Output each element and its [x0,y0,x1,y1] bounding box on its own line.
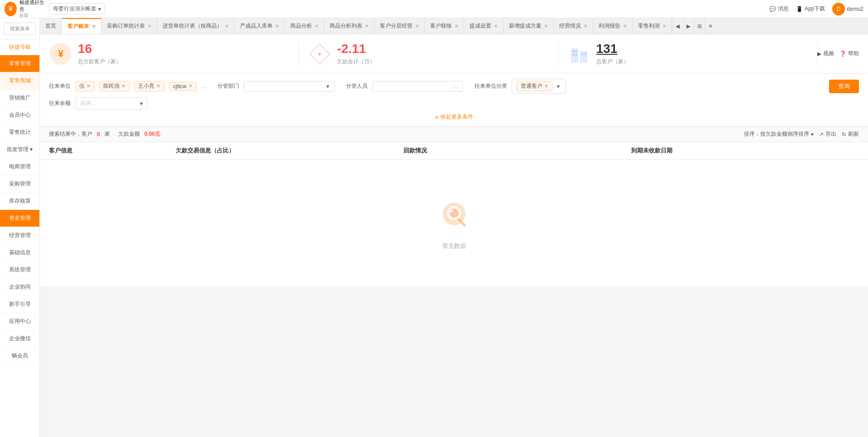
tab-product-list-close[interactable]: ✕ [365,24,369,28]
person-select[interactable]: ... [372,81,463,92]
unit-type-select[interactable]: 普通客户 ✕ ▾ [512,79,566,94]
tab-scroll-right[interactable]: ▶ [683,18,694,34]
industry-selector[interactable]: 母婴行业演示帐套 ▾ [49,3,105,14]
filter-tag-cjttcw[interactable]: cjttcw ✕ [169,82,197,91]
tab-inbound-stats-close[interactable]: ✕ [225,24,229,28]
dept-chevron-icon: ▾ [326,83,329,90]
filter-tag-wang[interactable]: 王小亮 ✕ [134,81,164,91]
sidebar-item-inventory[interactable]: 库存核算 [0,193,39,210]
tab-customer-segment[interactable]: 客户分层经营 ✕ [374,18,425,34]
tab-customer-contact[interactable]: 客户联络 ✕ [425,18,464,34]
query-button[interactable]: 查询 [829,80,859,93]
sidebar-item-basic-info[interactable]: 基础信息 [0,244,39,261]
filter-tag-cjttcw-close[interactable]: ✕ [188,83,192,89]
tab-product-analysis[interactable]: 商品分析 ✕ [285,18,324,34]
filter-tag-wu-close[interactable]: ✕ [86,83,91,89]
sidebar-item-finance[interactable]: 资金管理 [0,210,39,227]
filter-tag-wu[interactable]: 伍 ✕ [75,81,95,91]
tab-customer-segment-close[interactable]: ✕ [415,24,419,28]
filter-more-button[interactable]: ... [201,83,206,90]
sidebar-item-new-guide[interactable]: 新手引导 [0,296,39,313]
tab-cost-inbound[interactable]: 产成品入库单 ✕ [235,18,285,34]
tab-reminder-close[interactable]: ✕ [494,24,498,28]
dept-select[interactable]: ▾ [244,81,334,92]
message-button[interactable]: 💬 消息 [769,5,789,13]
unit-type-tag-close[interactable]: ✕ [544,83,548,89]
sidebar-item-member-vip[interactable]: 畅会员 [0,347,39,365]
help-icon: ❓ [839,51,846,57]
video-button[interactable]: ▶ 视频 [817,50,834,57]
tab-scroll-left[interactable]: ◀ [672,18,683,34]
help-button[interactable]: ❓ 帮助 [839,50,859,57]
user-menu-button[interactable]: D demo2 [832,3,863,15]
sidebar-item-ecommerce[interactable]: 电商管理 [0,158,39,176]
stat-overdue-customers: ¥ 16 总欠款客户（家） [49,42,299,66]
logo-area: ¥ 畅捷通好生意 标版 [5,0,44,19]
collapse-button[interactable]: ∧ 收起更多条件 [435,113,473,121]
tab-customer-contact-close[interactable]: ✕ [455,24,458,28]
refresh-icon: ↻ [842,131,846,138]
tab-ops-status-close[interactable]: ✕ [584,24,587,28]
sidebar-item-retail-mall[interactable]: 零售商城 [0,72,39,90]
tab-expand-button[interactable]: ⊞ [694,18,705,34]
filter-tag-wang-close[interactable]: ✕ [156,83,160,89]
tab-product-analysis-close[interactable]: ✕ [315,24,318,28]
tab-purchase-order[interactable]: 采购订单统计表 ✕ [101,18,157,34]
stat-total-customers-label: 总客户（家） [596,58,629,66]
sidebar-item-retail-manage[interactable]: 零售管理 [0,55,39,72]
tab-ops-status[interactable]: 经营情况 ✕ [554,18,593,34]
sidebar-item-enterprise-collab[interactable]: 企业协同 [0,279,39,296]
dept-filter-label: 分管部门 [217,82,239,90]
stat-diamond-icon: ✦ [308,42,331,66]
sidebar-item-batch-manage[interactable]: 批发管理 ▾ [0,141,39,158]
export-button[interactable]: ↗ 导出 [819,130,836,138]
stats-bar: ¥ 16 总欠款客户（家） ✦ [40,34,868,73]
tab-inbound-stats[interactable]: 进货单统计表（按商品） ✕ [157,18,235,34]
quick-nav-item[interactable]: 快捷导航 [0,40,39,55]
tab-profit-report-close[interactable]: ✕ [623,24,627,28]
tab-retail-profit-close[interactable]: ✕ [662,24,666,28]
collapse-row: ∧ 收起更多条件 [49,113,859,121]
refresh-button[interactable]: ↻ 刷新 [842,130,859,138]
tab-new-scheme[interactable]: 新增提成方案 ✕ [504,18,554,34]
tab-accounts-close[interactable]: ✕ [92,24,96,29]
tab-profit-report[interactable]: 利润报告 ✕ [593,18,633,34]
sidebar-item-system[interactable]: 系统管理 [0,261,39,279]
filter-tag-chen-close[interactable]: ✕ [121,83,125,89]
tab-home[interactable]: 首页 [40,18,62,34]
tab-cost-inbound-close[interactable]: ✕ [275,24,279,28]
export-icon: ↗ [819,131,824,138]
person-more[interactable]: ... [453,83,458,90]
tab-bar: 首页 客户账本 ✕ 采购订单统计表 ✕ 进货单统计表（按商品） ✕ 产成品入库单… [40,18,868,34]
tab-purchase-order-close[interactable]: ✕ [148,24,151,28]
app-download-button[interactable]: 📱 App下载 [796,5,825,13]
sidebar-item-app-center[interactable]: 应用中心 [0,313,39,330]
sidebar-item-retail-stats[interactable]: 零售统计 [0,124,39,141]
svg-rect-10 [582,53,584,55]
svg-point-14 [450,209,459,218]
sidebar-item-purchase[interactable]: 采购管理 [0,176,39,193]
sidebar-item-operations[interactable]: 经营管理 [0,227,39,244]
filter-tag-chen[interactable]: 陈民强 ✕ [99,81,129,91]
tab-accounts[interactable]: 客户账本 ✕ [62,18,101,34]
tab-reminder[interactable]: 提成设置 ✕ [464,18,504,34]
balance-select[interactable]: 选择... ▾ [75,97,148,109]
tab-product-list[interactable]: 商品分析列表 ✕ [324,18,374,34]
sidebar-search-area: 搜索菜单 [0,18,39,40]
search-menu-button[interactable]: 搜索菜单 [4,23,36,35]
tab-purchase-order-label: 采购订单统计表 [107,22,145,30]
diamond-svg: ✦ [308,42,331,66]
sidebar-item-marketing[interactable]: 营销推广 [0,90,39,107]
sort-select[interactable]: 排序：按欠款金额倒序排序 ▾ [744,130,814,138]
sidebar-item-enterprise-wechat[interactable]: 企业微信 [0,330,39,347]
tab-retail-profit[interactable]: 零售利润 ✕ [633,18,672,34]
page-content: ¥ 16 总欠款客户（家） ✦ [40,34,868,437]
unit-type-tag[interactable]: 普通客户 ✕ [517,81,552,91]
tab-close-all-button[interactable]: ✕ [705,18,715,34]
tab-new-scheme-close[interactable]: ✕ [544,24,548,28]
svg-point-16 [450,210,453,213]
sidebar-item-member[interactable]: 会员中心 [0,107,39,124]
empty-illustration [434,196,475,237]
logo-line1: 畅捷通好生意 [19,0,44,12]
unit-type-filter-label: 往来单位分类 [475,82,507,90]
